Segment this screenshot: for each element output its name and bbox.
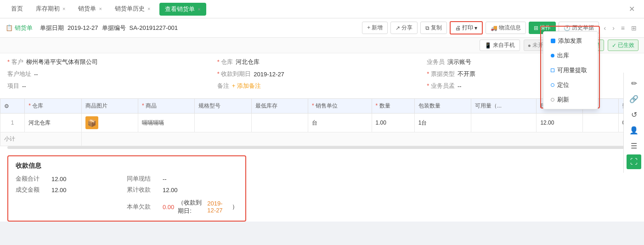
tab-view-sales-close[interactable]: × (198, 6, 200, 12)
tab-sales-history-label: 销货单历史 (115, 5, 145, 13)
view-list[interactable]: ≡ (619, 23, 627, 33)
available-qty-icon (551, 68, 554, 72)
copy-icon: ⧉ (425, 25, 429, 31)
form-row-1: 客户 柳州粤港平安气体有限公司 仓库 河北仓库 业务员 演示账号 (7, 58, 637, 66)
warehouse-label: 仓库 (217, 58, 233, 66)
add-invoice-item[interactable]: 添加发票 (543, 34, 598, 48)
col-min-stock: 最低库存 (251, 99, 308, 114)
date-label: 单据日期 (40, 24, 64, 32)
from-phone-button[interactable]: 📱 来自手机 (480, 40, 520, 51)
payment-date-label: 收款到期日 (217, 70, 251, 78)
available-qty-label: 可用量提取 (557, 66, 587, 74)
right-sidebar: ✏ 🔗 ↺ 👤 ☰ ⛶ (623, 73, 644, 173)
col-pack-qty: 包装数量 (414, 99, 471, 114)
form-row-3: 项目 -- 备注 + 添加备注 业务员孟 -- (7, 82, 637, 90)
row-spec (195, 114, 251, 132)
logistics-icon: 🚚 (491, 25, 497, 31)
no-label: 单据编号 (102, 24, 126, 32)
staff-label: 业务员 (427, 58, 445, 66)
print-label: 打印 (462, 24, 473, 32)
cumulative-label: 累计收款 (127, 186, 159, 194)
tab-sales-history-close[interactable]: × (147, 6, 150, 11)
tab-sales-order[interactable]: 销货单 × (72, 0, 108, 18)
customer-value: 柳州粤港平安气体有限公司 (26, 58, 98, 66)
arrears-note: （收款到期日: (178, 199, 203, 215)
transaction-value: 12.00 (51, 187, 67, 194)
bill-type-value: 不开票 (458, 70, 475, 78)
warehouse-field: 仓库 河北仓库 (217, 58, 427, 66)
refresh-item[interactable]: 刷新 (543, 92, 598, 107)
same-order-row: 同单现结 -- (127, 175, 238, 183)
payment-date-field: 收款到期日 2019-12-27 (217, 70, 427, 78)
customer-label: 客户 (7, 58, 23, 66)
print-button[interactable]: 🖨 打印 ▾ (450, 21, 483, 34)
sidebar-refresh-icon[interactable]: ↺ (627, 108, 641, 122)
circle-icon: ● (528, 42, 531, 49)
product-image: 📦 (85, 116, 98, 129)
tab-home[interactable]: 首页 (5, 0, 29, 18)
doc-type: 📋 销货单 (6, 24, 33, 32)
print-icon: 🖨 (455, 25, 461, 31)
logistics-label: 物流信息 (499, 24, 521, 32)
row-num: 1 (0, 114, 25, 132)
logistics-button[interactable]: 🚚 物流信息 (486, 22, 526, 34)
add-note-button[interactable]: + 添加备注 (232, 82, 261, 90)
nav-prev[interactable]: ‹ (602, 23, 608, 33)
address-field: 客户地址 -- (7, 70, 217, 78)
nav-next[interactable]: › (610, 23, 616, 33)
staff-value: 演示账号 (447, 58, 471, 66)
arrears-label: 本单欠款 (127, 203, 159, 211)
ops-icon: ⊞ (534, 25, 538, 31)
sidebar-expand-icon[interactable]: ⛶ (627, 154, 641, 169)
out-warehouse-item[interactable]: 出库 (543, 48, 598, 63)
share-button[interactable]: ↗ 分享 (390, 22, 418, 34)
tab-sales-order-label: 销货单 (78, 5, 96, 13)
sidebar-user-icon[interactable]: 👤 (627, 123, 641, 138)
view-grid[interactable]: ⊞ (629, 23, 638, 33)
bill-type-label: 票据类型 (427, 70, 455, 78)
tab-inventory-close[interactable]: × (62, 6, 65, 11)
tab-inventory-label: 库存期初 (36, 5, 60, 13)
row-pack-qty: 1台 (414, 114, 471, 132)
tab-inventory-init[interactable]: 库存期初 × (29, 0, 72, 18)
tab-sales-order-close[interactable]: × (99, 6, 102, 11)
same-order-value: -- (163, 176, 167, 182)
add-invoice-label: 添加发票 (558, 37, 582, 45)
subtotal-row: 小计 (0, 132, 644, 146)
arrears-value: 0.00 (163, 204, 174, 211)
copy-button[interactable]: ⧉ 复制 (420, 22, 447, 34)
no-value: SA-20191227-001 (130, 24, 178, 31)
row-unit: 台 (308, 114, 372, 132)
sidebar-link-icon[interactable]: 🔗 (627, 92, 641, 107)
arrears-date: 2019-12-27 (207, 200, 228, 214)
payment-grid: 金额合计 12.00 同单现结 -- 成交金额 12.00 累计收款 12.00… (16, 175, 238, 215)
copy-label: 复制 (431, 24, 442, 32)
cumulative-row: 累计收款 12.00 (127, 186, 238, 194)
col-product: 商品 (138, 99, 194, 114)
window-close-button[interactable]: ✕ (624, 5, 639, 13)
total-amount-value: 12.00 (51, 176, 67, 182)
date-value: 2019-12-27 (68, 24, 98, 31)
sidebar-list-icon[interactable]: ☰ (627, 139, 641, 154)
bill-type-field: 票据类型 不开票 (427, 70, 637, 78)
phone-icon: 📱 (485, 42, 491, 49)
scroll-hint[interactable] (7, 146, 637, 149)
locate-item[interactable]: 定位 (543, 78, 598, 92)
ops-label: 操作 (540, 24, 551, 32)
tab-view-sales-label: 查看销货单 (165, 5, 195, 13)
row-current-stock: 12.00 (537, 114, 583, 132)
row-min-stock (251, 114, 308, 132)
doc-type-icon: 📋 (6, 24, 13, 31)
project-label: 项目 (7, 82, 19, 90)
sidebar-edit-icon[interactable]: ✏ (627, 76, 641, 91)
tab-sales-history[interactable]: 销货单历史 × (108, 0, 157, 18)
new-button[interactable]: + 新增 (362, 22, 388, 34)
tab-view-sales[interactable]: 查看销货单 × (159, 3, 206, 16)
same-order-label: 同单现结 (127, 175, 159, 183)
col-settings[interactable]: ⚙ (0, 99, 25, 114)
total-amount-label: 金额合计 (16, 175, 48, 183)
row-qty: 1.00 (372, 114, 414, 132)
tab-bar: 首页 库存期初 × 销货单 × 销货单历史 × 查看销货单 × ✕ (0, 0, 644, 18)
available-qty-item[interactable]: 可用量提取 (543, 63, 598, 78)
history-label: 历史单据 (572, 24, 594, 32)
